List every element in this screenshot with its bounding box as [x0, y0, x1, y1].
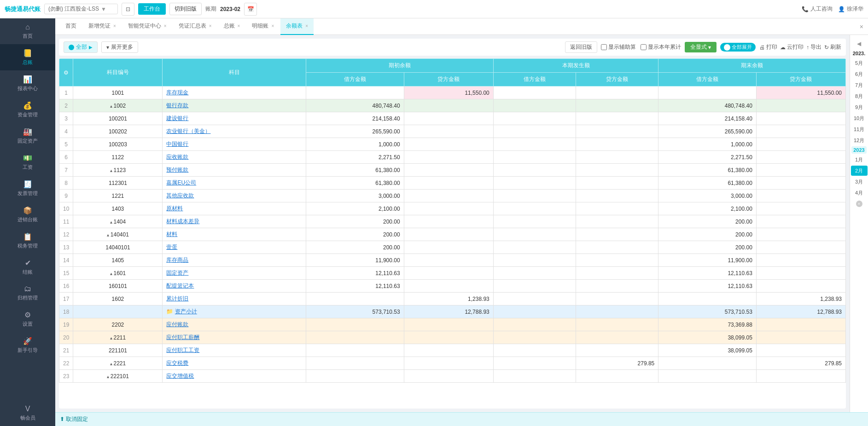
account-name-link[interactable]: 嘉属EU公司 — [166, 179, 196, 186]
sidebar-item-report[interactable]: 📊 报表中心 — [0, 70, 55, 97]
expand-all-toggle[interactable]: 全部展开 — [720, 43, 756, 52]
all-button[interactable]: 全部 ▶ — [64, 41, 98, 53]
sidebar-item-tax[interactable]: 📋 税务管理 — [0, 228, 55, 254]
account-name-link[interactable]: 其他应收款 — [166, 192, 194, 199]
tab-balance[interactable]: 余额表 × — [280, 18, 314, 35]
tab-smart-voucher[interactable]: 智能凭证中心 × — [122, 18, 172, 35]
tab-ledger[interactable]: 总账 × — [218, 18, 246, 35]
month-7[interactable]: 7月 — [851, 80, 868, 90]
account-name[interactable]: 库存现金 — [163, 86, 306, 99]
account-name[interactable]: 应交税费 — [163, 357, 306, 370]
account-name[interactable]: 材料 — [163, 228, 306, 241]
close-icon[interactable]: × — [238, 23, 240, 29]
sidebar-item-member[interactable]: V 畅会员 — [0, 400, 55, 426]
refresh-button[interactable]: ↻ 刷新 — [824, 43, 841, 51]
export-button[interactable]: ↑ 导出 — [806, 43, 821, 51]
account-name-link[interactable]: 库存商品 — [166, 257, 188, 263]
account-name-link[interactable]: 固定资产 — [166, 270, 188, 276]
account-name[interactable]: 应付账款 — [163, 318, 306, 331]
account-name-link[interactable]: 壹蛋 — [166, 244, 177, 250]
account-name[interactable]: 银行存款 — [163, 99, 306, 112]
month-12[interactable]: 12月 — [851, 135, 868, 145]
account-name-link[interactable]: 库存现金 — [166, 89, 188, 96]
account-name-link[interactable]: 应付职工工资 — [166, 347, 199, 353]
month-9[interactable]: 9月 — [851, 102, 868, 112]
calendar-icon[interactable]: 📅 — [244, 3, 257, 16]
account-name-link[interactable]: 农业银行（美金） — [166, 128, 210, 134]
account-name-link[interactable]: 银行存款 — [166, 102, 188, 109]
account-name[interactable]: 中国银行 — [163, 138, 306, 151]
account-name-link[interactable]: 累计折旧 — [166, 295, 188, 302]
account-name-link[interactable]: 应交税费 — [166, 360, 188, 366]
account-name[interactable]: 壹蛋 — [163, 241, 306, 254]
close-icon[interactable]: × — [271, 23, 274, 29]
month-6[interactable]: 6月 — [851, 69, 868, 79]
month-11[interactable]: 11月 — [851, 124, 868, 134]
account-name[interactable]: 农业银行（美金） — [163, 125, 306, 138]
account-name[interactable]: 嘉属EU公司 — [163, 177, 306, 190]
expand-sidebar-button[interactable]: ◀ — [855, 39, 863, 49]
sidebar-item-settings[interactable]: ⚙ 设置 — [0, 306, 55, 332]
copy-icon[interactable]: ⊡ — [122, 3, 134, 16]
show-year-checkbox[interactable]: 显示本年累计 — [641, 43, 681, 51]
account-name[interactable]: 原材料 — [163, 202, 306, 215]
sidebar-item-fund[interactable]: 💰 资金管理 — [0, 97, 55, 123]
show-aux-checkbox[interactable]: 显示辅助算 — [601, 43, 636, 51]
consult-area[interactable]: 📞 人工咨询 — [802, 5, 833, 13]
account-name-link[interactable]: 应收账款 — [166, 154, 188, 160]
full-style-button[interactable]: 全显式 ▾ — [685, 42, 717, 52]
account-name[interactable]: 应付职工工资 — [163, 344, 306, 357]
return-old-button[interactable]: 返回旧版 — [565, 41, 597, 53]
settings-col-header[interactable]: ⚙ — [59, 59, 73, 86]
close-sidebar-button[interactable]: × — [856, 201, 862, 207]
tab-voucher-summary[interactable]: 凭证汇总表 × — [173, 18, 217, 35]
bottom-bar[interactable]: ⬆ 取消固定 — [55, 412, 868, 426]
month-10[interactable]: 10月 — [851, 113, 868, 123]
close-icon[interactable]: × — [164, 23, 167, 29]
account-name[interactable]: 材料成本差异 — [163, 215, 306, 228]
account-name[interactable]: 建设银行 — [163, 112, 306, 125]
sidebar-item-invoice[interactable]: 🧾 发票管理 — [0, 175, 55, 201]
workbench-button[interactable]: 工作台 — [138, 3, 166, 15]
account-name[interactable]: 其他应收款 — [163, 190, 306, 202]
account-name[interactable]: 固定资产 — [163, 267, 306, 280]
account-name-link[interactable]: 中国银行 — [166, 141, 188, 147]
month-1[interactable]: 1月 — [851, 155, 868, 165]
account-name[interactable]: 配提篮记本 — [163, 280, 306, 293]
account-name[interactable]: 累计折旧 — [163, 293, 306, 305]
month-4[interactable]: 4月 — [851, 188, 868, 198]
tab-new-voucher[interactable]: 新增凭证 × — [83, 18, 122, 35]
sidebar-item-guide[interactable]: 🚀 新手引导 — [0, 332, 55, 358]
account-name[interactable]: 应交增值税 — [163, 370, 306, 383]
tab-home[interactable]: 首页 — [60, 18, 82, 35]
tab-detail[interactable]: 明细账 × — [246, 18, 280, 35]
month-3[interactable]: 3月 — [851, 177, 868, 187]
account-name[interactable]: 库存商品 — [163, 254, 306, 267]
switch-old-button[interactable]: 切到旧版 — [169, 3, 202, 15]
close-icon[interactable]: × — [305, 23, 308, 29]
account-name-link[interactable]: 原材料 — [166, 205, 183, 212]
sidebar-item-home[interactable]: ⌂ 首页 — [0, 18, 55, 44]
close-icon[interactable]: × — [113, 23, 116, 29]
account-name-link[interactable]: 建设银行 — [166, 115, 188, 121]
account-name-link[interactable]: 应付账款 — [166, 321, 188, 328]
account-name-link[interactable]: 材料成本差异 — [166, 218, 199, 225]
close-icon[interactable]: × — [209, 23, 212, 29]
account-name[interactable]: 应付职工薪酬 — [163, 331, 306, 344]
sidebar-item-archive[interactable]: 🗂 归档管理 — [0, 280, 55, 306]
account-name-link[interactable]: 配提篮记本 — [166, 282, 194, 289]
sidebar-item-ledger[interactable]: 📒 总账 — [0, 44, 55, 70]
close-all-tabs-button[interactable]: × — [860, 23, 863, 30]
cloud-print-button[interactable]: ☁ 云打印 — [780, 43, 804, 51]
print-button[interactable]: 🖨 打印 — [759, 43, 777, 51]
account-name-link[interactable]: 材料 — [166, 231, 177, 237]
month-5[interactable]: 5月 — [851, 58, 868, 68]
show-year-input[interactable] — [641, 44, 647, 50]
sidebar-item-settle[interactable]: ✔ 结账 — [0, 254, 55, 280]
account-name-link[interactable]: 预付账款 — [166, 167, 188, 173]
account-name-link[interactable]: 应交增值税 — [166, 373, 194, 379]
account-name[interactable]: 📁 资产小计 — [163, 305, 306, 318]
month-8[interactable]: 8月 — [851, 91, 868, 101]
user-area[interactable]: 👤 徐泽华 — [838, 5, 863, 13]
account-name-link[interactable]: 应付职工薪酬 — [166, 334, 199, 340]
